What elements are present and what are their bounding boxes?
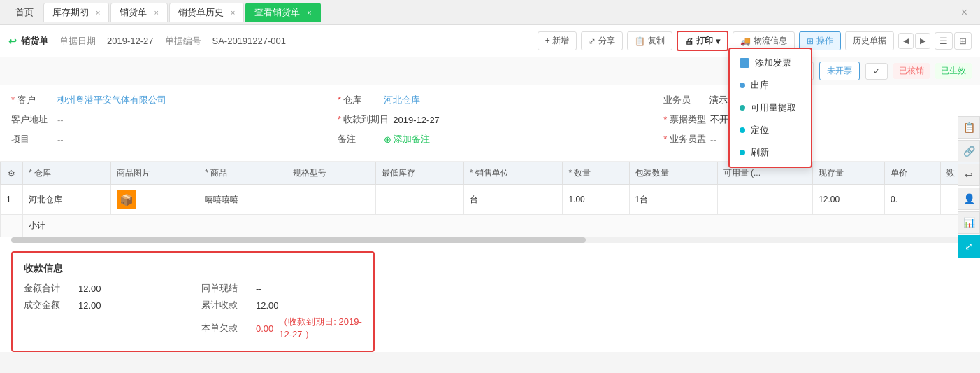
row-stock: 12.00 <box>813 185 885 215</box>
tab-sales-history-label: 销货单历史 <box>178 6 224 19</box>
row-price: 0. <box>885 185 941 215</box>
due-date-field: 收款到期日 2019-12-27 <box>338 113 643 126</box>
number-value: SA-20191227-001 <box>212 36 287 46</box>
copy-button[interactable]: 📋 复制 <box>627 31 672 50</box>
due-date-label: 收款到期日 <box>338 113 389 126</box>
warehouse-value[interactable]: 河北仓库 <box>384 94 420 106</box>
col-warehouse: * 仓库 <box>23 162 111 185</box>
operate-icon: ⊞ <box>807 36 814 46</box>
outstanding-note: （收款到期日: 2019-12-27 ） <box>279 316 362 341</box>
tab-sales-history[interactable]: 销货单历史 × <box>169 3 244 22</box>
nav-next[interactable]: ▶ <box>915 33 930 49</box>
doc-type-label: 销货单 <box>21 35 48 48</box>
col-quantity: * 数量 <box>563 162 629 185</box>
salesperson-label: 业务员 <box>663 94 705 106</box>
table-header-row: ⚙ * 仓库 商品图片 * 商品 规格型号 最低库存 * 销售单位 * 数量 包… <box>1 162 980 185</box>
col-img: 商品图片 <box>111 162 199 185</box>
row-pkg-qty: 1台 <box>629 185 717 215</box>
horizontal-scrollbar[interactable] <box>11 237 969 243</box>
dropdown-add-invoice[interactable]: 添加发票 <box>730 52 811 74</box>
salesperson2-label: 业务员盂 <box>663 133 706 146</box>
sidebar-icon-1[interactable]: 📋 <box>958 116 980 139</box>
tab-view-sales-order-close[interactable]: × <box>307 8 311 17</box>
project-label: 项目 <box>11 133 53 146</box>
tab-inventory-init[interactable]: 库存期初 × <box>43 3 109 22</box>
main-content: ↩ 销货单 单据日期 2019-12-27 单据编号 SA-20191227-0… <box>0 25 980 352</box>
receipt-section: 收款信息 金额合计 12.00 同单现结 -- 成交金额 12.00 累计收款 … <box>11 251 375 352</box>
outstanding-value: 0.00 <box>256 323 273 334</box>
project-value: -- <box>57 134 64 145</box>
locate-icon <box>740 127 745 133</box>
tab-bar: 首页 库存期初 × 销货单 × 销货单历史 × 查看销货单 × × <box>0 0 980 25</box>
tab-sales-history-close[interactable]: × <box>231 8 235 17</box>
tab-inventory-init-close[interactable]: × <box>96 8 100 17</box>
address-label: 客户地址 <box>11 113 53 126</box>
warehouse-field: 仓库 河北仓库 <box>338 94 643 106</box>
new-button[interactable]: + 新增 <box>538 31 577 50</box>
scroll-thumb <box>11 237 586 243</box>
same-order-row: 同单现结 -- <box>201 282 362 295</box>
customer-value[interactable]: 柳州粤港平安气体有限公司 <box>57 94 166 106</box>
sidebar-icon-6[interactable]: ⤢ <box>958 235 980 258</box>
tab-sales-order-close[interactable]: × <box>154 8 158 17</box>
not-open-button[interactable]: 未开票 <box>819 62 860 80</box>
tab-view-sales-order[interactable]: 查看销货单 × <box>245 3 320 22</box>
add-invoice-label: 添加发票 <box>755 57 791 69</box>
sidebar-icon-2[interactable]: 🔗 <box>958 140 980 162</box>
tab-home[interactable]: 首页 <box>7 3 42 22</box>
sidebar-icon-3[interactable]: ↩ <box>958 164 980 186</box>
table-row: 1 河北仓库 📦 嘻嘻嘻嘻 台 1.00 1台 12.00 0. <box>1 185 980 215</box>
add-note-button[interactable]: ⊕ 添加备注 <box>384 133 430 146</box>
dropdown-locate[interactable]: 定位 <box>730 119 811 141</box>
dropdown-available[interactable]: 可用量提取 <box>730 97 811 119</box>
col-settings[interactable]: ⚙ <box>1 162 23 185</box>
subtotal-label: 小计 <box>23 215 980 237</box>
logistics-label: 物流信息 <box>754 35 787 47</box>
tab-home-label: 首页 <box>15 6 34 19</box>
history-button[interactable]: 历史单据 <box>845 31 894 50</box>
col-unit: * 销售单位 <box>463 162 563 185</box>
form-row-1: 客户 柳州粤港平安气体有限公司 仓库 河北仓库 业务员 演示账号 <box>11 94 969 106</box>
doc-title: ↩ 销货单 <box>8 35 48 48</box>
nav-prev[interactable]: ◀ <box>898 33 914 49</box>
customer-label: 客户 <box>11 94 53 106</box>
receipt-title: 收款信息 <box>24 262 362 275</box>
sidebar-icon-4[interactable]: 👤 <box>958 188 980 210</box>
col-spec: 规格型号 <box>287 162 375 185</box>
salesperson2-value: -- <box>710 134 716 145</box>
items-table: ⚙ * 仓库 商品图片 * 商品 规格型号 最低库存 * 销售单位 * 数量 包… <box>0 162 980 237</box>
check-mark[interactable]: ✓ <box>865 63 888 80</box>
row-quantity: 1.00 <box>563 185 629 215</box>
salesperson2-field: 业务员盂 -- <box>663 133 969 146</box>
transaction-label: 成交金额 <box>24 299 73 311</box>
subtotal-index <box>1 215 23 237</box>
row-product: 嘻嘻嘻嘻 <box>199 185 287 215</box>
view-grid-button[interactable]: ⊞ <box>954 32 972 50</box>
view-list-button[interactable]: ☰ <box>935 32 953 50</box>
doc-type-icon: ↩ <box>8 36 17 47</box>
close-all-button[interactable]: × <box>956 6 973 19</box>
dropdown-outbound[interactable]: 出库 <box>730 74 811 97</box>
col-stock: 现存量 <box>813 162 885 185</box>
same-order-value: -- <box>256 283 262 294</box>
doc-meta: 单据日期 2019-12-27 单据编号 SA-20191227-001 <box>59 35 286 48</box>
product-image: 📦 <box>117 190 136 209</box>
add-note-label: 添加备注 <box>394 133 430 146</box>
row-unit: 台 <box>463 185 563 215</box>
tab-sales-order[interactable]: 销货单 × <box>110 3 167 22</box>
tab-inventory-init-label: 库存期初 <box>52 6 89 19</box>
right-sidebar: 📋 🔗 ↩ 👤 📊 ⤢ <box>958 116 980 258</box>
cumulative-row: 累计收款 12.00 <box>201 299 362 311</box>
col-min-stock: 最低库存 <box>375 162 463 185</box>
sidebar-icon-5[interactable]: 📊 <box>958 211 980 234</box>
col-price: 单价 <box>885 162 941 185</box>
total-label: 金额合计 <box>24 282 73 295</box>
print-button[interactable]: 🖨 打印 ▾ <box>677 31 728 51</box>
receipt-grid: 金额合计 12.00 同单现结 -- 成交金额 12.00 累计收款 12.00… <box>24 282 362 341</box>
tab-view-sales-order-label: 查看销货单 <box>254 6 300 19</box>
row-available <box>717 185 813 215</box>
view-icons: ☰ ⊞ <box>935 32 972 50</box>
dropdown-refresh[interactable]: 刷新 <box>730 141 811 164</box>
share-button[interactable]: ⤢ 分享 <box>581 31 623 50</box>
outbound-label: 出库 <box>751 79 769 92</box>
